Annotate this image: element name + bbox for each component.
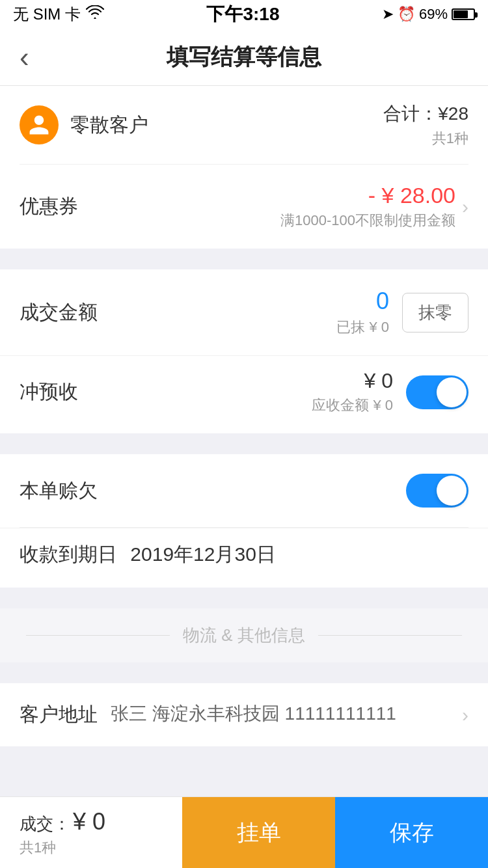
bottom-deal-label: 成交： (20, 813, 70, 835)
alarm-icon: ⏰ (398, 6, 415, 23)
prepay-amount-wrapper: ¥ 0 应收金额 ¥ 0 (312, 369, 393, 415)
address-chevron-icon: › (462, 704, 468, 726)
save-button-label: 保存 (390, 818, 434, 848)
debt-toggle[interactable] (406, 474, 468, 508)
hold-button[interactable]: 挂单 (182, 797, 335, 868)
content: 零散客户 合计：¥28 共1种 优惠券 - ¥ 28.00 满1000-100不… (0, 86, 488, 835)
customer-right: 合计：¥28 共1种 (383, 102, 468, 148)
status-left: 无 SIM 卡 (13, 4, 104, 25)
due-date-value: 2019年12月30日 (130, 543, 275, 565)
address-row[interactable]: 客户地址 张三 海淀永丰科技园 11111111111 › (0, 683, 488, 746)
back-arrow-icon: ‹ (20, 41, 29, 74)
address-key-label: 客户地址 (20, 701, 98, 728)
logistics-line-right (318, 635, 462, 636)
battery-icon (452, 8, 475, 20)
coupon-row[interactable]: 优惠券 - ¥ 28.00 满1000-100不限制使用金额 › (0, 165, 488, 249)
status-right: ➤ ⏰ 69% (382, 6, 475, 23)
coupon-info: - ¥ 28.00 满1000-100不限制使用金额 (280, 183, 455, 230)
hold-button-label: 挂单 (237, 818, 281, 848)
coupon-label: 优惠券 (20, 193, 78, 220)
customer-left: 零散客户 (20, 105, 148, 144)
bottom-deal-count: 共1种 (20, 838, 163, 858)
bottom-deal-row: 成交： ¥ 0 (20, 808, 163, 835)
deal-amount-row: 成交金额 0 已抹 ¥ 0 抹零 (0, 269, 488, 355)
debt-toggle-knob (437, 476, 467, 506)
gray-separator-1 (0, 259, 488, 269)
coupon-amount: - ¥ 28.00 (280, 183, 455, 208)
save-button[interactable]: 保存 (335, 797, 488, 868)
address-left: 客户地址 张三 海淀永丰科技园 11111111111 (20, 701, 462, 728)
prepay-right: ¥ 0 应收金额 ¥ 0 (312, 369, 468, 415)
customer-name: 零散客户 (70, 112, 148, 139)
prepay-amount: ¥ 0 (312, 369, 393, 393)
nav-bar: ‹ 填写结算等信息 (0, 29, 488, 86)
gray-separator-4 (0, 673, 488, 683)
coupon-right: - ¥ 28.00 满1000-100不限制使用金额 › (280, 183, 468, 230)
debt-label: 本单赊欠 (20, 478, 98, 504)
logistics-label-wrapper: 物流 & 其他信息 (170, 624, 318, 647)
round-button[interactable]: 抹零 (402, 293, 468, 332)
prepay-toggle[interactable] (406, 375, 468, 409)
debt-section: 本单赊欠 收款到期日 2019年12月30日 (0, 454, 488, 588)
due-date-label: 收款到期日 (20, 543, 117, 565)
page-title: 填写结算等信息 (167, 42, 321, 72)
logistics-label: 物流 & 其他信息 (183, 625, 305, 645)
debt-row: 本单赊欠 (0, 454, 488, 527)
bottom-deal-amount: ¥ 0 (73, 808, 105, 835)
status-bar: 无 SIM 卡 下午3:18 ➤ ⏰ 69% (0, 0, 488, 29)
total-count: 共1种 (383, 129, 468, 148)
due-date-row: 收款到期日 2019年12月30日 (0, 528, 488, 588)
location-icon: ➤ (382, 6, 394, 23)
coupon-desc: 满1000-100不限制使用金额 (280, 211, 455, 230)
deal-amount-value: 0 (336, 288, 389, 315)
customer-section: 零散客户 合计：¥28 共1种 优惠券 - ¥ 28.00 满1000-100不… (0, 86, 488, 249)
deal-right: 0 已抹 ¥ 0 抹零 (336, 288, 468, 337)
deal-amount-label: 成交金额 (20, 299, 98, 326)
prepay-label: 冲预收 (20, 379, 78, 405)
gray-separator-3 (0, 598, 488, 608)
address-section: 客户地址 张三 海淀永丰科技园 11111111111 › (0, 683, 488, 746)
logistics-line-left (26, 635, 170, 636)
status-time: 下午3:18 (206, 2, 279, 27)
battery-percent: 69% (419, 6, 448, 23)
bottom-deal-info: 成交： ¥ 0 共1种 (0, 808, 182, 858)
person-icon (27, 113, 51, 137)
address-value: 张三 海淀永丰科技园 11111111111 (111, 701, 462, 726)
toggle-knob (437, 377, 467, 407)
bottom-bar: 成交： ¥ 0 共1种 挂单 保存 (0, 796, 488, 868)
sim-label: 无 SIM 卡 (13, 4, 81, 25)
customer-row: 零散客户 合计：¥28 共1种 (0, 86, 488, 164)
total-label: 合计：¥28 (383, 102, 468, 126)
chevron-right-icon: › (462, 196, 468, 218)
deal-amount-wrapper: 0 已抹 ¥ 0 (336, 288, 389, 337)
logistics-section: 物流 & 其他信息 (0, 608, 488, 662)
prepay-row: 冲预收 ¥ 0 应收金额 ¥ 0 (0, 355, 488, 433)
wifi-icon (86, 5, 104, 23)
prepay-receivable: 应收金额 ¥ 0 (312, 396, 393, 415)
deal-discounted: 已抹 ¥ 0 (336, 318, 389, 337)
back-button[interactable]: ‹ (20, 41, 29, 74)
deal-section: 成交金额 0 已抹 ¥ 0 抹零 冲预收 ¥ 0 应收金额 ¥ 0 (0, 269, 488, 433)
gray-separator-2 (0, 444, 488, 454)
avatar (20, 105, 59, 144)
